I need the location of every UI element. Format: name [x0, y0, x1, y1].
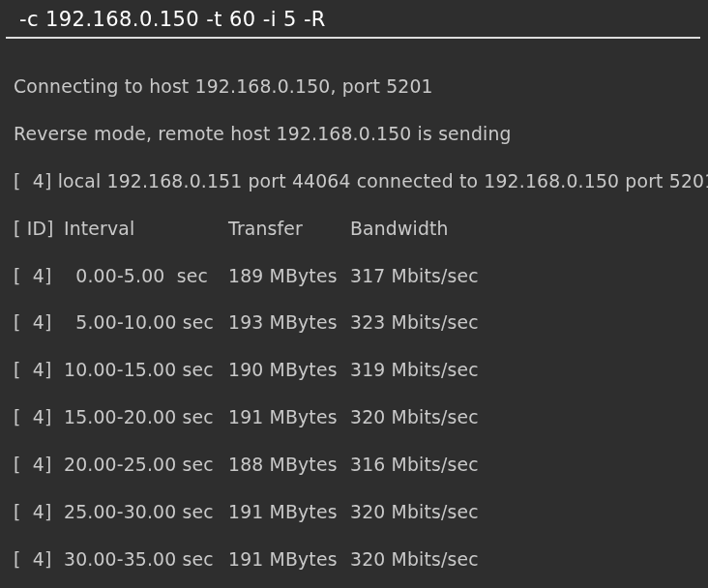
interval-row: [ 4]15.00-20.00 sec191 MBytes320 Mbits/s…	[14, 406, 694, 429]
interval-row: [ 4]30.00-35.00 sec191 MBytes320 Mbits/s…	[14, 548, 694, 572]
interval-row: [ 4]20.00-25.00 sec188 MBytes316 Mbits/s…	[14, 454, 694, 477]
interval-row: [ 4] 5.00-10.00 sec193 MBytes323 Mbits/s…	[14, 311, 694, 335]
preamble-line: [ 4] local 192.168.0.151 port 44064 conn…	[14, 170, 694, 193]
column-header: [ ID]IntervalTransferBandwidth	[14, 218, 694, 241]
hdr-interval: Interval	[64, 218, 228, 241]
hdr-id: [ ID]	[14, 218, 64, 241]
hdr-transfer: Transfer	[228, 218, 350, 241]
interval-row: [ 4]10.00-15.00 sec190 MBytes319 Mbits/s…	[14, 359, 694, 382]
command-text: -c 192.168.0.150 -t 60 -i 5 -R	[19, 8, 326, 31]
command-bar[interactable]: -c 192.168.0.150 -t 60 -i 5 -R	[6, 0, 700, 39]
hdr-bandwidth: Bandwidth	[350, 218, 567, 241]
preamble-line: Reverse mode, remote host 192.168.0.150 …	[14, 123, 694, 146]
interval-row: [ 4]25.00-30.00 sec191 MBytes320 Mbits/s…	[14, 501, 694, 524]
terminal-output: Connecting to host 192.168.0.150, port 5…	[0, 39, 708, 588]
preamble-line: Connecting to host 192.168.0.150, port 5…	[14, 75, 694, 99]
interval-row: [ 4] 0.00-5.00 sec189 MBytes317 Mbits/se…	[14, 265, 694, 288]
